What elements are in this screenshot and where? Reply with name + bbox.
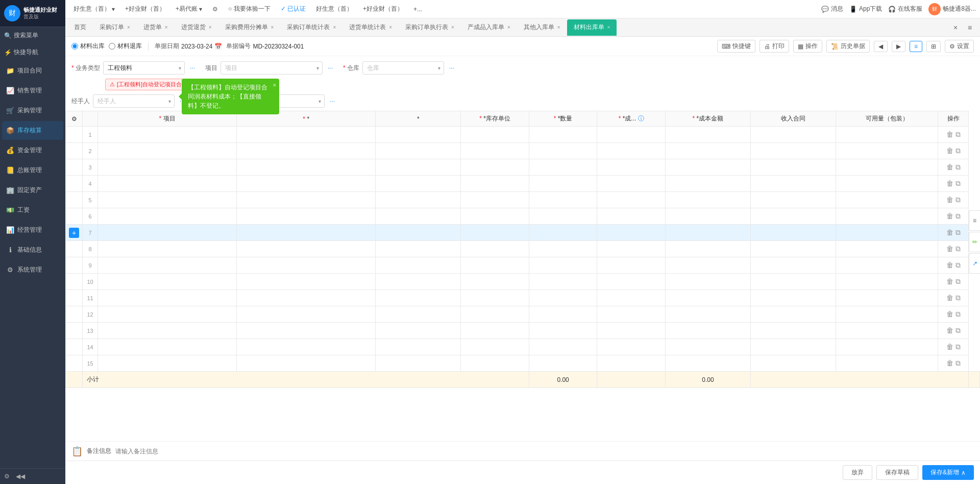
row-qty[interactable]: [529, 176, 597, 192]
row-cost[interactable]: [597, 323, 666, 339]
tab-finished-goods[interactable]: 产成品入库单 ×: [461, 19, 517, 36]
row-project-input[interactable]: [98, 225, 237, 241]
row-spec[interactable]: [376, 176, 461, 192]
row-available-qty[interactable]: [836, 290, 938, 306]
row-spec[interactable]: [376, 208, 461, 225]
row-available-qty[interactable]: [836, 208, 938, 225]
row-income-contract[interactable]: [750, 355, 836, 372]
row-qty[interactable]: [529, 355, 597, 372]
warehouse-more-icon[interactable]: ···: [447, 64, 456, 71]
row-cost-amount[interactable]: [665, 241, 750, 257]
row-income-contract[interactable]: [750, 143, 836, 159]
row-project[interactable]: [98, 323, 237, 339]
prev-doc-btn[interactable]: ◀: [874, 41, 888, 52]
sidebar-item-project-contract[interactable]: 📁 项目合同: [2, 61, 63, 80]
handler-select[interactable]: 经手人 ▾: [93, 94, 175, 108]
material-cell-input[interactable]: [240, 229, 372, 236]
row-qty[interactable]: [529, 306, 597, 323]
row-qty[interactable]: [529, 290, 597, 306]
row-qty[interactable]: [529, 257, 597, 274]
topbar-trial[interactable]: ○ 我要体验一下: [224, 3, 275, 15]
tab-home[interactable]: 首页: [67, 19, 93, 36]
row-project[interactable]: [98, 355, 237, 372]
row-project[interactable]: [98, 127, 237, 143]
tooltip-close-btn[interactable]: ×: [273, 81, 276, 90]
tab-purchase-order-stats[interactable]: 采购订单统计表 ×: [280, 19, 342, 36]
row-unit[interactable]: [461, 306, 529, 323]
row-unit[interactable]: [461, 176, 529, 192]
row-material[interactable]: [237, 339, 376, 355]
row-material[interactable]: [237, 355, 376, 372]
row-project[interactable]: [98, 339, 237, 355]
row-available-qty[interactable]: [836, 355, 938, 372]
tab-purchase-return[interactable]: 进货退货 ×: [175, 19, 218, 36]
history-btn[interactable]: 📜 历史单据: [826, 40, 870, 53]
row-unit[interactable]: [461, 208, 529, 225]
copy-row-btn[interactable]: ⧉: [954, 309, 962, 320]
delete-row-btn[interactable]: 🗑: [945, 276, 954, 286]
row-unit[interactable]: [461, 127, 529, 143]
copy-row-btn[interactable]: ⧉: [954, 293, 962, 303]
tab-close-icon[interactable]: ×: [389, 25, 392, 30]
row-unit[interactable]: [461, 274, 529, 290]
radio-material-issue[interactable]: 材料出库: [71, 42, 105, 51]
tab-close-icon[interactable]: ×: [127, 25, 130, 30]
row-material[interactable]: [237, 176, 376, 192]
row-available-qty[interactable]: [836, 159, 938, 176]
row-available-qty[interactable]: [836, 192, 938, 208]
row-spec[interactable]: [376, 225, 461, 241]
next-doc-btn[interactable]: ▶: [892, 41, 905, 52]
topbar-more-good-finance[interactable]: +好业财（首）: [359, 3, 407, 15]
sidebar-item-quick-nav[interactable]: ⚡ 快捷导航: [0, 44, 65, 61]
row-cost[interactable]: [597, 339, 666, 355]
row-unit[interactable]: [461, 192, 529, 208]
row-unit[interactable]: [461, 159, 529, 176]
row-cost-amount[interactable]: [665, 127, 750, 143]
row-cost[interactable]: [597, 159, 666, 176]
tab-other-receipt[interactable]: 其他入库单 ×: [517, 19, 567, 36]
sidebar-item-search[interactable]: 🔍 搜索菜单: [0, 27, 65, 44]
copy-row-btn[interactable]: ⧉: [954, 146, 962, 156]
right-panel-btn-2[interactable]: ✏: [969, 232, 980, 252]
tab-list-btn[interactable]: ≡: [964, 21, 976, 34]
right-panel-btn-3[interactable]: ↗: [969, 253, 980, 274]
delete-row-btn[interactable]: 🗑: [945, 195, 954, 205]
topbar-settings-btn[interactable]: ⚙: [208, 4, 222, 15]
row-cost-amount[interactable]: [665, 323, 750, 339]
copy-row-btn[interactable]: ⧉: [954, 358, 962, 369]
biz-type-more-icon[interactable]: ···: [188, 64, 197, 71]
row-project[interactable]: [98, 257, 237, 274]
topbar-more-ellipsis[interactable]: +...: [409, 4, 426, 15]
income-contract-more-icon[interactable]: ···: [328, 98, 337, 105]
row-material[interactable]: [237, 257, 376, 274]
row-qty[interactable]: [529, 192, 597, 208]
quick-key-btn[interactable]: ⌨ 快捷键: [717, 40, 755, 53]
tab-close-icon[interactable]: ×: [507, 25, 510, 30]
doc-num-value[interactable]: MD-20230324-001: [253, 43, 304, 50]
row-project[interactable]: [98, 208, 237, 225]
row-spec[interactable]: [376, 274, 461, 290]
row-project[interactable]: [98, 159, 237, 176]
sidebar-item-inventory[interactable]: 📦 库存核算: [2, 121, 63, 140]
topbar-message-btn[interactable]: 💬 消息: [821, 5, 843, 13]
topbar-good-finance[interactable]: +好业财（首）: [121, 3, 169, 15]
row-cost[interactable]: [597, 176, 666, 192]
row-spec[interactable]: [376, 339, 461, 355]
row-spec[interactable]: [376, 127, 461, 143]
tab-purchase-exec[interactable]: 采购订单执行表 ×: [399, 19, 461, 36]
row-material[interactable]: [237, 290, 376, 306]
row-qty[interactable]: [529, 159, 597, 176]
row-spec[interactable]: [376, 159, 461, 176]
delete-row-btn[interactable]: 🗑: [945, 358, 954, 368]
row-spec[interactable]: [376, 192, 461, 208]
sidebar-item-sales[interactable]: 📈 销售管理: [2, 81, 63, 100]
row-qty[interactable]: [529, 339, 597, 355]
row-material[interactable]: [237, 274, 376, 290]
tab-close-active-icon[interactable]: ×: [607, 25, 610, 30]
row-cost[interactable]: [597, 274, 666, 290]
row-income-contract[interactable]: [750, 192, 836, 208]
topbar-good-business[interactable]: 好生意（首） ▾: [69, 3, 119, 15]
row-spec[interactable]: [376, 323, 461, 339]
row-cost-amount[interactable]: [665, 176, 750, 192]
row-available-qty[interactable]: [836, 306, 938, 323]
